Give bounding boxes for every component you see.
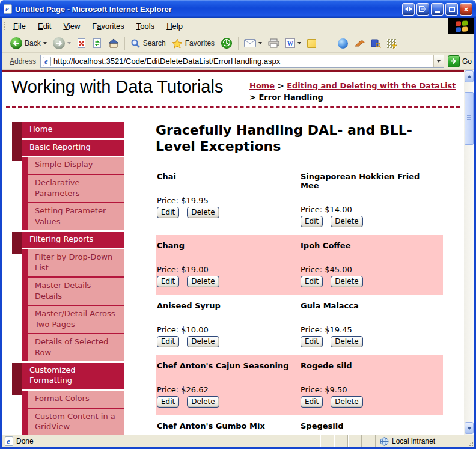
stop-button[interactable] — [74, 37, 90, 50]
menu-file[interactable]: File — [7, 19, 32, 33]
pan-arrows-button[interactable] — [402, 3, 415, 16]
search-label: Search — [143, 39, 166, 47]
forward-dropdown-icon[interactable] — [67, 42, 71, 44]
product-name: Chai — [157, 172, 297, 181]
delete-button[interactable]: Delete — [331, 336, 362, 347]
messenger-plus-button[interactable] — [384, 38, 399, 49]
go-button[interactable]: Go — [448, 55, 472, 67]
delete-button[interactable]: Delete — [187, 336, 219, 347]
sidebar-subitem[interactable]: Custom Content in a GridView — [22, 408, 124, 435]
refresh-button[interactable] — [90, 37, 105, 50]
address-input[interactable]: http://localhost:3521/Code/EditDeleteDat… — [40, 55, 444, 68]
search-button[interactable]: Search — [127, 37, 169, 50]
edit-button[interactable]: Edit — [157, 207, 179, 218]
product-cell: Ipoh Coffee Price: $45.00 Edit Delete — [299, 235, 443, 295]
delete-button[interactable]: Delete — [331, 396, 362, 408]
security-zone: Local intranet — [375, 435, 466, 447]
windows-flag-icon — [453, 19, 470, 33]
menu-edit[interactable]: Edit — [32, 19, 57, 33]
sidebar-subitem[interactable]: Simple Display — [22, 157, 124, 174]
sidebar-subitem[interactable]: Details of Selected Row — [22, 333, 124, 361]
address-dropdown-icon — [437, 60, 441, 63]
print-button[interactable] — [265, 37, 282, 49]
quick-launch-button[interactable] — [351, 38, 368, 49]
forward-button[interactable] — [50, 36, 74, 50]
status-text: Done — [16, 437, 34, 445]
go-arrow-icon — [448, 55, 460, 67]
product-price: Price: $10.00 — [157, 325, 297, 334]
history-button[interactable] — [218, 36, 236, 50]
product-name: Rogede sild — [301, 361, 441, 370]
notes-button[interactable] — [304, 38, 319, 49]
edit-with-word-button[interactable]: W — [282, 37, 304, 49]
edit-button[interactable]: Edit — [157, 276, 179, 287]
product-price: Price: $19.95 — [157, 196, 297, 205]
menu-favorites[interactable]: Favorites — [86, 19, 130, 33]
sidebar-subitem[interactable]: Filter by Drop-Down List — [22, 249, 124, 276]
delete-button[interactable]: Delete — [187, 207, 219, 218]
address-label: Address — [10, 57, 36, 66]
mail-dropdown-icon[interactable] — [258, 42, 262, 44]
scrollbar-thumb[interactable] — [465, 92, 474, 145]
sidebar-subitem[interactable]: Declarative Parameters — [22, 174, 124, 202]
detach-window-button[interactable] — [416, 3, 429, 16]
sidebar-nav: Home Basic Reporting Simple Display Decl… — [12, 122, 124, 435]
delete-button[interactable]: Delete — [331, 216, 362, 227]
messenger-button[interactable] — [335, 37, 351, 50]
back-dropdown-icon[interactable] — [43, 42, 47, 44]
main-content: Gracefully Handling DAL- and BLL-Level E… — [156, 108, 443, 435]
edit-button[interactable]: Edit — [157, 396, 179, 408]
close-button[interactable]: × — [460, 3, 472, 16]
menu-help[interactable]: Help — [160, 19, 189, 33]
sidebar-item[interactable]: Home — [22, 122, 124, 138]
resize-grip[interactable] — [466, 439, 474, 447]
edit-button[interactable]: Edit — [301, 216, 323, 227]
word-dropdown-icon[interactable] — [298, 42, 301, 44]
research-button[interactable] — [368, 37, 384, 50]
title-bar[interactable]: Untitled Page - Microsoft Internet Explo… — [0, 0, 476, 18]
minimize-button[interactable] — [431, 3, 444, 16]
sidebar-subitem[interactable]: Setting Parameter Values — [22, 202, 124, 230]
vertical-scrollbar[interactable] — [464, 70, 474, 435]
edit-button[interactable]: Edit — [301, 336, 323, 347]
back-button[interactable]: Back — [7, 36, 50, 50]
breadcrumb-separator-2: > — [249, 93, 256, 102]
sidebar-subitem[interactable]: Master/Detail Across Two Pages — [22, 305, 124, 333]
sidebar-item[interactable]: Customized Formatting — [22, 363, 124, 389]
breadcrumb-home-link[interactable]: Home — [249, 81, 275, 90]
product-cell: Chef Anton's Gumbo Mix Price: $21.35 Edi… — [156, 415, 299, 435]
edit-button[interactable]: Edit — [301, 276, 323, 287]
edit-button[interactable]: Edit — [301, 396, 323, 408]
page-icon — [43, 57, 51, 66]
breadcrumb-section-link[interactable]: Editing and Deleting with the DataList — [287, 81, 456, 90]
address-dropdown-button[interactable] — [433, 55, 444, 67]
delete-button[interactable]: Delete — [187, 396, 219, 408]
sidebar-item[interactable]: Basic Reporting — [22, 140, 124, 156]
scroll-up-button[interactable] — [465, 70, 474, 82]
scrollbar-track[interactable] — [464, 145, 474, 421]
product-name: Ipoh Coffee — [301, 241, 441, 250]
print-icon — [268, 38, 279, 48]
sidebar-subitem[interactable]: Master-Details-Details — [22, 276, 124, 305]
product-row: Chef Anton's Cajun Seasoning Price: $26.… — [156, 355, 443, 415]
toolbar-grip[interactable] — [3, 20, 6, 31]
menu-view[interactable]: View — [57, 19, 86, 33]
edit-button[interactable]: Edit — [157, 336, 179, 347]
menu-tools[interactable]: Tools — [130, 19, 160, 33]
mail-button[interactable] — [241, 38, 265, 49]
sidebar-item-label: Home — [29, 124, 52, 133]
window-controls: × — [402, 3, 472, 16]
product-name: Gula Malacca — [301, 301, 441, 310]
url-text: http://localhost:3521/Code/EditDeleteDat… — [53, 57, 431, 66]
favorites-button[interactable]: Favorites — [169, 37, 218, 50]
product-price: Price: $26.62 — [157, 385, 297, 394]
delete-button[interactable]: Delete — [331, 276, 362, 287]
search-icon — [130, 38, 141, 49]
sidebar-subitem[interactable]: Format Colors — [22, 391, 124, 408]
home-button[interactable] — [105, 37, 122, 49]
sidebar-item[interactable]: Filtering Reports — [22, 232, 124, 248]
maximize-button[interactable] — [445, 3, 458, 16]
delete-button[interactable]: Delete — [187, 276, 219, 287]
scroll-down-button[interactable] — [465, 422, 474, 434]
zone-label: Local intranet — [392, 437, 435, 445]
